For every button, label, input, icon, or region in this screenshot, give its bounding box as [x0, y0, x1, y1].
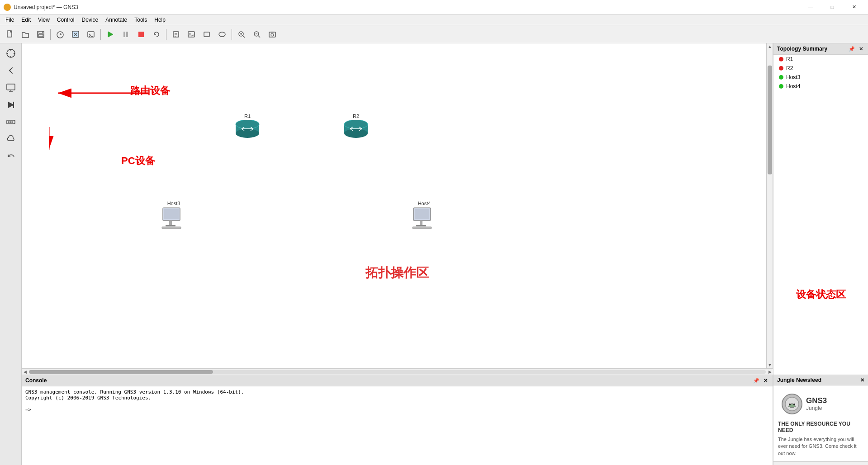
hscroll-track[interactable]: [29, 370, 766, 374]
close-button[interactable]: ✕: [844, 0, 864, 14]
svg-point-48: [8, 122, 9, 123]
summary-device-name-host4: Host4: [786, 83, 800, 89]
svg-rect-35: [271, 32, 274, 33]
menu-item-annotate[interactable]: Annotate: [102, 16, 131, 24]
screenshot-button[interactable]: [265, 27, 280, 42]
pan-tool-button[interactable]: [3, 45, 19, 61]
menu-item-tools[interactable]: Tools: [131, 16, 151, 24]
scroll-right-arrow[interactable]: ▶: [767, 369, 773, 375]
right-panel: Topology Summary 📌 ✕ R1R2Host3Host4 设备状态…: [773, 43, 868, 375]
jungle-close-button[interactable]: ✕: [860, 377, 864, 383]
save-button[interactable]: [33, 27, 48, 42]
svg-point-76: [789, 404, 791, 405]
console-panel: Console 📌 ✕ GNS3 management console. Run…: [22, 375, 773, 465]
back-button[interactable]: [3, 62, 19, 79]
timer-button[interactable]: [53, 27, 67, 42]
svg-rect-66: [164, 209, 179, 219]
svg-point-50: [11, 122, 13, 123]
console-body[interactable]: GNS3 management console. Running GNS3 ve…: [22, 386, 773, 465]
menu-item-edit[interactable]: Edit: [18, 16, 34, 24]
svg-marker-14: [108, 32, 113, 37]
terminal-button[interactable]: [84, 27, 98, 42]
window-title: Unsaved project* — GNS3: [14, 4, 800, 10]
svg-rect-45: [13, 102, 14, 108]
device-r1[interactable]: R1: [234, 113, 261, 139]
device-host4[interactable]: Host4: [412, 201, 437, 230]
device-host3[interactable]: Host3: [161, 201, 186, 230]
console-pin-button[interactable]: 📌: [753, 377, 760, 384]
router-annotation-arrow: [49, 80, 148, 108]
zoom-in-button[interactable]: [234, 27, 249, 42]
svg-line-27: [243, 36, 245, 38]
summary-pin-button[interactable]: 📌: [848, 45, 855, 52]
svg-rect-16: [126, 32, 128, 37]
cloud-button[interactable]: [3, 131, 19, 147]
console-header-buttons: 📌 ✕: [753, 377, 769, 384]
scroll-up-arrow[interactable]: ▲: [767, 43, 773, 50]
goto-jungle-button[interactable]: Go to the Jungle: [773, 461, 868, 465]
console-close-button[interactable]: ✕: [762, 377, 769, 384]
pause-button[interactable]: [119, 27, 133, 42]
monitor-button[interactable]: [3, 80, 19, 96]
r2-label: R2: [353, 113, 359, 119]
bottom-section: Console 📌 ✕ GNS3 management console. Run…: [22, 375, 868, 465]
svg-rect-74: [413, 227, 432, 229]
summary-item-r2[interactable]: R2: [773, 64, 868, 73]
summary-item-r1[interactable]: R1: [773, 55, 868, 64]
svg-rect-24: [204, 32, 209, 37]
stop-button[interactable]: [134, 27, 148, 42]
add-note-button[interactable]: [169, 27, 183, 42]
hscroll-thumb[interactable]: [29, 370, 213, 374]
draw-rect-button[interactable]: [199, 27, 214, 42]
topology-summary-header: Topology Summary 📌 ✕: [773, 43, 868, 55]
host3-label: Host3: [167, 201, 180, 206]
jungle-body: GNS3 Jungle THE ONLY RESOURCE YOU NEED T…: [773, 385, 868, 461]
vertical-scrollbar[interactable]: ▲ ▼: [766, 43, 773, 368]
separator4: [232, 29, 232, 40]
jungle-logo-jungle: Jungle: [806, 405, 827, 411]
summary-item-host4[interactable]: Host4: [773, 82, 868, 91]
status-dot-r1: [779, 57, 783, 61]
menu-item-device[interactable]: Device: [78, 16, 102, 24]
draw-ellipse-button[interactable]: [215, 27, 229, 42]
host4-label: Host4: [418, 201, 431, 206]
pc-label: PC设备: [121, 154, 155, 168]
summary-close-button[interactable]: ✕: [857, 45, 864, 52]
scroll-down-arrow[interactable]: ▼: [767, 362, 773, 368]
minimize-button[interactable]: —: [800, 0, 821, 14]
cursor-select-button[interactable]: [68, 27, 83, 42]
horizontal-scrollbar[interactable]: ◀ ▶: [22, 368, 773, 375]
open-button[interactable]: [18, 27, 33, 42]
menu-item-view[interactable]: View: [34, 16, 53, 24]
zoom-out-button[interactable]: [250, 27, 264, 42]
svg-point-49: [9, 122, 11, 123]
forward-button[interactable]: [3, 97, 19, 113]
svg-rect-22: [188, 32, 194, 37]
menu-item-help[interactable]: Help: [151, 16, 169, 24]
svg-rect-67: [169, 221, 172, 225]
svg-rect-41: [7, 84, 15, 90]
jungle-description: The Jungle has everything you will ever …: [778, 436, 863, 457]
jungle-newsfeed-title: Jungle Newsfeed: [777, 377, 821, 383]
menu-item-control[interactable]: Control: [53, 16, 78, 24]
svg-point-34: [271, 33, 274, 36]
undo-button[interactable]: [3, 148, 19, 164]
summary-item-host3[interactable]: Host3: [773, 73, 868, 82]
device-r2[interactable]: R2: [343, 113, 369, 139]
switch-button[interactable]: [3, 114, 19, 130]
svg-point-77: [793, 404, 795, 405]
svg-line-31: [258, 36, 260, 38]
topology-canvas[interactable]: 路由设备 PC设备: [22, 43, 773, 368]
status-dot-r2: [779, 66, 783, 70]
jungle-logo-gns3: GNS3: [806, 397, 827, 405]
new-button[interactable]: [3, 27, 17, 42]
svg-rect-69: [162, 227, 181, 229]
menu-item-file[interactable]: File: [2, 16, 18, 24]
maximize-button[interactable]: □: [822, 0, 843, 14]
insert-image-button[interactable]: [184, 27, 199, 42]
scroll-left-arrow[interactable]: ◀: [22, 369, 28, 375]
vscroll-thumb[interactable]: [768, 66, 772, 175]
svg-rect-5: [38, 34, 43, 37]
play-button[interactable]: [103, 27, 118, 42]
reload-button[interactable]: [149, 27, 164, 42]
